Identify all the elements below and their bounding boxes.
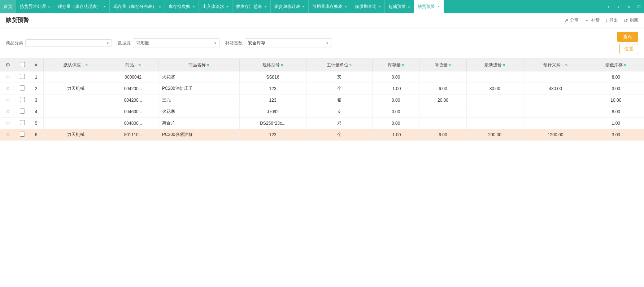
cell-num: 4 — [29, 106, 43, 118]
tab-label-inventory-dist: 现存量（库存分布表） — [113, 4, 157, 10]
col-header-latest-price[interactable]: 最新进价⇅ — [466, 59, 523, 71]
tab-close-inventory-dist[interactable]: × — [159, 4, 161, 9]
restock-basis-select[interactable]: 安全库存 ▾ — [245, 38, 331, 48]
tab-close-receipt-summary[interactable]: × — [264, 4, 266, 9]
cell-default-supplier — [43, 71, 108, 83]
restock-basis-value: 安全库存 — [248, 40, 265, 46]
row-gear-icon[interactable]: ⚙ — [2, 74, 14, 80]
tab-scroll-left[interactable]: ‹ — [604, 0, 614, 13]
cell-product-name: 离合片 — [158, 118, 239, 129]
cell-restock-qty: 6.00 — [419, 83, 466, 94]
row-checkbox[interactable] — [20, 85, 25, 90]
tab-label-inventory-status: 现存量（库存状况表） — [58, 4, 101, 10]
row-gear-icon[interactable]: ⚙ — [2, 86, 14, 91]
cell-stock-qty: 0.00 — [372, 94, 419, 106]
tab-label-exception: 拣货异常处理 — [20, 4, 46, 10]
tab-batch-account[interactable]: 库存批次账× — [165, 0, 199, 13]
cell-num: 6 — [29, 129, 43, 141]
datasource-value: 可用量 — [136, 40, 149, 46]
settings-button[interactable]: 设置 — [619, 44, 638, 54]
col-header-gear[interactable]: ⚙ — [0, 59, 16, 71]
table-row: ⚙10000042火花塞SS816支0.008.00 — [0, 71, 644, 83]
tab-close-batch-account[interactable]: × — [192, 4, 195, 9]
cell-est-purchase — [523, 94, 588, 106]
tab-label-expiry-query: 保质期查询 — [355, 4, 377, 10]
query-button[interactable]: 查询 — [617, 32, 638, 42]
tab-home[interactable]: 首页 — [0, 0, 16, 13]
row-checkbox[interactable] — [20, 74, 25, 79]
cell-product-code: 004200... — [108, 83, 158, 94]
tab-demand-stats[interactable]: 要货单统计表× — [271, 0, 309, 13]
table-row: ⚙5004800...离合片DS250*23c...只0.001.00 — [0, 118, 644, 129]
row-checkbox[interactable] — [20, 132, 25, 137]
cell-stock-qty: 0.00 — [372, 106, 419, 118]
restock-action[interactable]: ＋ 补货 — [584, 17, 600, 24]
table-row: ⚙4004600...火花塞J7092支0.008.00 — [0, 106, 644, 118]
cell-unit: 个 — [306, 83, 372, 94]
col-header-min-stock[interactable]: 最低库存⇅ — [588, 59, 644, 71]
cell-est-purchase: 1200.00 — [523, 129, 588, 141]
tab-inventory-dist[interactable]: 现存量（库存分布表）× — [110, 0, 165, 13]
row-gear-icon[interactable]: ⚙ — [2, 109, 14, 114]
cell-product-code: 004600... — [108, 106, 158, 118]
tab-label-receipt-summary: 收发存汇总表 — [236, 4, 262, 10]
refresh-label: 刷新 — [630, 17, 638, 23]
tab-expiry-query[interactable]: 保质期查询× — [351, 0, 385, 13]
tab-close-inout-flow[interactable]: × — [226, 4, 229, 9]
tab-close-all[interactable]: × — [624, 0, 634, 13]
tab-close-stockout-warn[interactable]: × — [437, 4, 439, 9]
tab-close-available-ledger[interactable]: × — [345, 4, 347, 9]
refresh-action[interactable]: ↺ 刷新 — [624, 17, 638, 23]
gear-icon[interactable]: ⚙ — [2, 62, 14, 68]
col-header-est-purchase[interactable]: 预计采购...⇅ — [523, 59, 588, 71]
col-header-check[interactable] — [16, 59, 29, 71]
col-header-stock-qty[interactable]: 库存量⇅ — [372, 59, 419, 71]
col-header-default-supplier[interactable]: 默认供应...⇅ — [43, 59, 108, 71]
row-gear-icon[interactable]: ⚙ — [2, 120, 14, 126]
tab-label-batch-account: 库存批次账 — [169, 4, 190, 10]
cell-min-stock: 8.00 — [588, 71, 644, 83]
col-header-product-name[interactable]: 商品名称⇅ — [158, 59, 239, 71]
tab-receipt-summary[interactable]: 收发存汇总表× — [232, 0, 270, 13]
cell-gear: ⚙ — [0, 83, 16, 94]
col-header-unit[interactable]: 主计量单位⇅ — [306, 59, 372, 71]
table-container: ⚙ # 默认供应...⇅ 商品...⇅ 商品名称⇅ 规格型号⇅ 主计量单位⇅ 库… — [0, 59, 644, 287]
cell-stock-qty: 0.00 — [372, 118, 419, 129]
datasource-select[interactable]: 可用量 ▾ — [133, 38, 219, 48]
category-select[interactable]: ▾ — [25, 39, 112, 47]
tab-close-exception[interactable]: × — [48, 4, 50, 9]
cell-est-purchase — [523, 71, 588, 83]
tab-inout-flow[interactable]: 出入库流水× — [199, 0, 232, 13]
data-table: ⚙ # 默认供应...⇅ 商品...⇅ 商品名称⇅ 规格型号⇅ 主计量单位⇅ 库… — [0, 59, 644, 141]
row-gear-icon[interactable]: ⚙ — [2, 97, 14, 103]
table-row: ⚙6力天机械801110...PC200张紧油缸123个-1.006.00200… — [0, 129, 644, 141]
col-header-restock-qty[interactable]: 补货量⇅ — [419, 59, 466, 71]
col-header-product-code[interactable]: 商品...⇅ — [108, 59, 158, 71]
cell-unit: 支 — [306, 71, 372, 83]
tab-scroll-right[interactable]: › — [614, 0, 624, 13]
row-gear-icon[interactable]: ⚙ — [2, 132, 14, 137]
row-checkbox[interactable] — [20, 120, 25, 125]
share-action[interactable]: ↗ 分享 — [564, 17, 579, 23]
tab-close-demand-stats[interactable]: × — [303, 4, 305, 9]
cell-default-supplier — [43, 106, 108, 118]
tab-close-overstock-warn[interactable]: × — [408, 4, 410, 9]
tab-maximize[interactable]: □ — [634, 0, 644, 13]
tab-exception[interactable]: 拣货异常处理× — [16, 0, 54, 13]
tab-available-ledger[interactable]: 可用量库存账本× — [309, 0, 351, 13]
tab-close-inventory-status[interactable]: × — [103, 4, 105, 9]
tab-inventory-status[interactable]: 现存量（库存状况表）× — [54, 0, 109, 13]
cell-product-name: 火花塞 — [158, 106, 239, 118]
tab-stockout-warn[interactable]: 缺货预警× — [414, 0, 443, 13]
row-checkbox[interactable] — [20, 109, 25, 114]
row-checkbox[interactable] — [20, 97, 25, 102]
export-action[interactable]: ↓ 导出 — [605, 17, 618, 23]
cell-restock-qty: 20.00 — [419, 94, 466, 106]
cell-restock-qty — [419, 118, 466, 129]
cell-stock-qty: 0.00 — [372, 71, 419, 83]
tab-close-expiry-query[interactable]: × — [379, 4, 381, 9]
col-header-spec[interactable]: 规格型号⇅ — [239, 59, 306, 71]
select-all-checkbox[interactable] — [20, 62, 25, 67]
tab-overstock-warn[interactable]: 超储预警× — [385, 0, 414, 13]
export-label: 导出 — [609, 17, 618, 23]
